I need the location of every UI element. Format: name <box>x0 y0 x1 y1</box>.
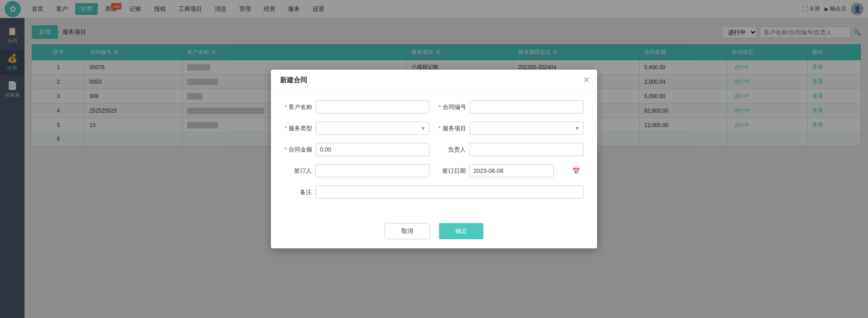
remark-label: 备注 <box>285 188 312 196</box>
form-group-service-type: 服务类型 ▼ <box>285 122 429 135</box>
form-group-contract-no: 合同编号 <box>439 100 583 114</box>
modal-footer: 取消 确定 <box>271 216 597 248</box>
sign-date-label: 签订日期 <box>439 167 466 175</box>
form-row-2: 服务类型 ▼ 服务项目 ▼ <box>285 122 583 135</box>
form-group-signer: 签订人 <box>285 164 429 177</box>
form-row-3: 合同金额 负责人 <box>285 143 583 156</box>
customer-name-label: 客户名称 <box>285 103 312 111</box>
modal-title: 新建合同 <box>280 76 307 84</box>
form-row-1: 客户名称 合同编号 <box>285 100 583 114</box>
form-group-responsible: 负责人 <box>439 143 583 156</box>
modal-header: 新建合同 ✕ <box>271 70 597 91</box>
form-group-remark: 备注 <box>285 185 583 199</box>
form-row-5: 备注 <box>285 185 583 199</box>
modal-close-button[interactable]: ✕ <box>583 75 590 85</box>
service-type-select[interactable] <box>316 122 429 135</box>
calendar-icon: 📅 <box>572 167 580 175</box>
modal-overlay: 新建合同 ✕ 客户名称 合同编号 <box>24 18 868 318</box>
remark-input[interactable] <box>315 185 583 199</box>
cancel-button[interactable]: 取消 <box>385 223 430 239</box>
form-group-sign-date: 签订日期 📅 <box>439 164 583 177</box>
service-type-label: 服务类型 <box>285 124 312 133</box>
new-contract-modal: 新建合同 ✕ 客户名称 合同编号 <box>271 70 597 248</box>
amount-label: 合同金额 <box>285 146 312 154</box>
responsible-label: 负责人 <box>439 146 466 154</box>
contract-no-input[interactable] <box>470 100 583 114</box>
service-item-select[interactable] <box>470 122 583 135</box>
customer-name-input[interactable] <box>316 100 429 114</box>
confirm-button[interactable]: 确定 <box>439 223 483 239</box>
amount-input[interactable] <box>316 143 429 156</box>
form-group-service-item: 服务项目 ▼ <box>439 122 583 135</box>
modal-body: 客户名称 合同编号 服务类型 <box>271 91 597 216</box>
responsible-input[interactable] <box>469 143 583 156</box>
content-area: 新增 服务项目 进行中 已完成 已终止 🔍 序号 合同编号 ⇅ <box>24 18 868 318</box>
service-type-select-wrap: ▼ <box>316 122 429 135</box>
sign-date-wrap: 📅 <box>469 164 583 177</box>
sign-date-input[interactable] <box>469 164 554 177</box>
service-item-select-wrap: ▼ <box>470 122 583 135</box>
service-item-label: 服务项目 <box>439 124 466 133</box>
contract-no-label: 合同编号 <box>439 103 466 111</box>
main-layout: 📋 合同 💰 收费 📄 对账单 新增 服务项目 进行中 已完成 已终止 � <box>0 18 868 318</box>
form-group-customer: 客户名称 <box>285 100 429 114</box>
signer-input[interactable] <box>315 164 429 177</box>
form-group-amount: 合同金额 <box>285 143 429 156</box>
signer-label: 签订人 <box>285 167 312 175</box>
form-row-4: 签订人 签订日期 📅 <box>285 164 583 177</box>
